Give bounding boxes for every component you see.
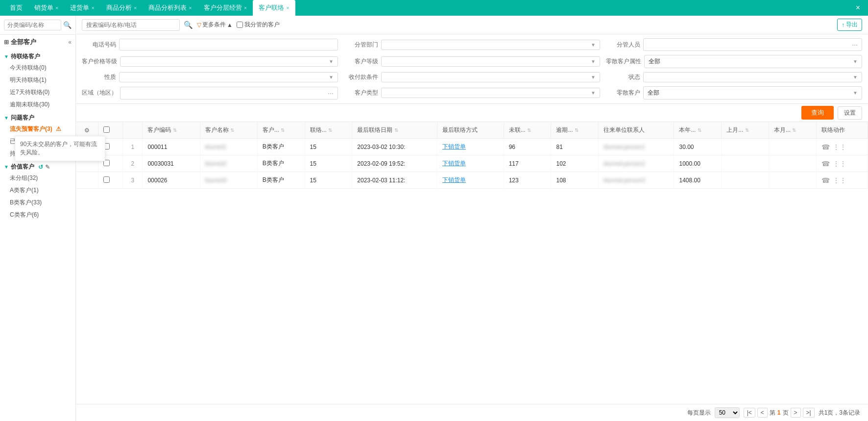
col-overdue[interactable]: 逾期... ⇅ [551,122,599,139]
export-button[interactable]: ↑ 导出 [837,19,862,31]
col-not-contacted[interactable]: 未联... ⇅ [504,122,551,139]
more-icon[interactable]: ··· [852,41,858,49]
search-button[interactable]: 🔍 [184,21,193,29]
tab-sales[interactable]: 销货单 × [28,0,64,16]
filter-retail-customer: 零散客户 全部 ▼ [606,86,862,99]
retail-attr-label: 零散客户属性 [606,57,641,66]
tab-customer-segment[interactable]: 客户分层经营 × [198,0,253,16]
filter-dept: 分管部门 ▼ [344,40,600,50]
sidebar-item-a-customers[interactable]: A类客户(1) [0,184,75,197]
page-label: 第 [770,409,775,417]
sidebar-item-overdue[interactable]: 逾期未联络(30) [0,99,75,111]
price-level-select[interactable]: ▼ [120,56,338,67]
sidebar-item-ungroup[interactable]: 未分组(32) [0,172,75,184]
more-conditions-toggle[interactable]: ▽ 更多条件 ▲ [197,21,233,29]
tab-product-analysis-list[interactable]: 商品分析列表 × [143,0,197,16]
retail-cust-select[interactable]: 全部 ▼ [643,86,862,99]
prev-page-button[interactable]: < [757,408,768,418]
contact-action-icon[interactable]: ☎ [821,160,830,168]
col-code[interactable]: 客户编码 ⇅ [143,122,200,139]
region-select[interactable]: ··· [120,87,338,99]
manager-select[interactable]: ··· [643,38,862,51]
close-customer-contact-tab[interactable]: × [286,0,289,16]
sidebar-search-icon[interactable]: 🔍 [63,21,72,29]
sidebar-item-tomorrow[interactable]: 明天待联络(1) [0,74,75,86]
last-page-button[interactable]: >| [803,408,815,418]
filter-status: 状态 ▼ [606,72,862,82]
filter-retail-attr: 零散客户属性 全部 ▼ [606,55,862,68]
close-customer-segment-tab[interactable]: × [244,0,247,16]
sidebar-item-c-customers[interactable]: C类客户(6) [0,209,75,221]
close-product-analysis-tab[interactable]: × [134,0,137,16]
cust-level-select[interactable]: ▼ [381,56,600,67]
row-checkbox-cell[interactable] [98,172,123,189]
more-icon2[interactable]: ··· [328,89,334,97]
close-purchase-tab[interactable]: × [91,0,94,16]
phone-input[interactable] [119,39,338,50]
edit-icon[interactable]: ✎ [45,164,50,171]
contact-action-icon[interactable]: ☎ [821,176,830,184]
close-window-button[interactable]: × [852,3,864,12]
row-this-month [769,172,817,189]
payment-select[interactable]: ▼ [381,72,600,82]
col-this-month[interactable]: 本月... ⇅ [769,122,817,139]
per-page-select[interactable]: 50 100 200 [715,407,740,418]
col-contact-person[interactable]: 往来单位联系人 [599,122,674,139]
col-name[interactable]: 客户名称 ⇅ [200,122,257,139]
nature-select[interactable]: ▼ [119,72,338,82]
row-this-year: 1000.00 [674,155,722,172]
close-sales-tab[interactable]: × [55,0,58,16]
dept-select[interactable]: ▼ [381,40,600,50]
first-page-button[interactable]: |< [744,408,755,418]
col-last-contact-date[interactable]: 最后联络日期 ⇅ [352,122,437,139]
row-type: B类客户 [257,172,305,189]
select-all-checkbox[interactable] [103,126,110,133]
query-button[interactable]: 查询 [801,106,834,120]
churn-tooltip: 90天未交易的客户，可能有流失风险。 [15,136,105,161]
col-last-month[interactable]: 上月... ⇅ [722,122,769,139]
tab-product-analysis[interactable]: 商品分析 × [100,0,143,16]
col-type[interactable]: 客户... ⇅ [257,122,305,139]
total-info: 共1页，3条记录 [819,409,860,417]
sort-icon-overdue: ⇅ [575,127,579,133]
sort-icon-contact: ⇅ [328,127,332,133]
all-customers-header[interactable]: ⊞ 全部客户 « [0,35,75,50]
refresh-icon[interactable]: ↺ [38,164,43,171]
tab-purchase[interactable]: 进货单 × [64,0,100,16]
col-last-contact-way[interactable]: 最后联络方式 [437,122,504,139]
tab-customer-contact[interactable]: 客户联络 × [253,0,295,16]
status-select[interactable]: ▼ [643,72,862,82]
cust-type-select[interactable]: ▼ [381,88,600,98]
sort-icon-code: ⇅ [173,127,177,133]
row-last-contact-way[interactable]: 下销货单 [437,155,504,172]
contact-action-icon[interactable]: ☎ [821,143,830,151]
more-action-icon[interactable]: ⋮⋮ [833,160,846,168]
sidebar-item-week[interactable]: 近7天待联络(0) [0,86,75,99]
search-input[interactable] [82,19,180,31]
sidebar-item-churn-warning[interactable]: 流失预警客户(3) ⚠ [0,123,75,135]
close-product-list-tab[interactable]: × [189,0,192,16]
next-page-button[interactable]: > [791,408,801,418]
status-label: 状态 [606,73,640,81]
settings-button[interactable]: 设置 [838,106,862,120]
row-checkbox[interactable] [103,176,110,183]
row-contact-count: 15 [305,139,352,155]
row-last-contact-way[interactable]: 下销货单 [437,139,504,155]
sidebar-item-today[interactable]: 今天待联络(0) [0,62,75,74]
table-footer: 每页显示 50 100 200 |< < 第 1 页 > >| 共1页，3条记录 [76,404,868,421]
sidebar-item-b-customers[interactable]: B类客户(33) [0,197,75,209]
col-this-year[interactable]: 本年... ⇅ [674,122,722,139]
my-customers-checkbox-label[interactable]: 我分管的客户 [237,21,280,29]
filter-payment: 收付款条件 ▼ [344,72,600,82]
row-last-contact-way[interactable]: 下销货单 [437,172,504,189]
more-action-icon[interactable]: ⋮⋮ [833,143,846,151]
sidebar-search-input[interactable] [4,20,61,30]
tab-home[interactable]: 首页 [4,0,28,16]
more-action-icon[interactable]: ⋮⋮ [833,176,846,184]
my-customers-checkbox[interactable] [237,22,243,28]
collapse-icon[interactable]: « [68,39,72,46]
retail-attr-select[interactable]: 全部 ▼ [644,55,862,68]
row-name: blurred1 [200,139,257,155]
phone-label: 电话号码 [82,41,116,49]
col-contact[interactable]: 联络... ⇅ [305,122,352,139]
